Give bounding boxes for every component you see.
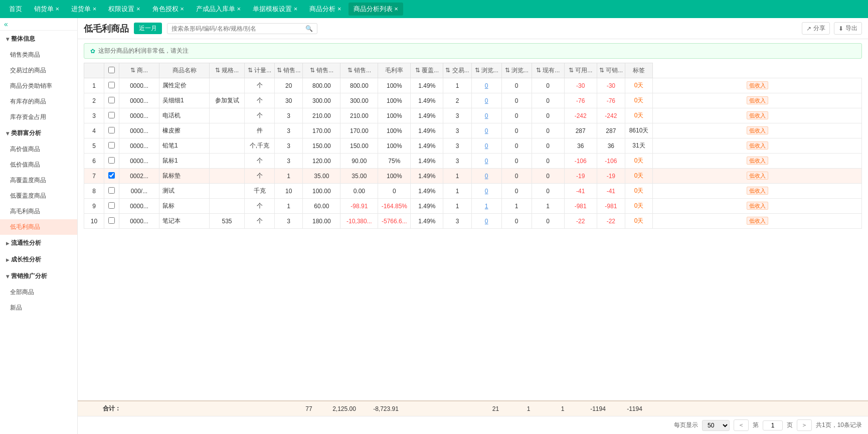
th-checkbox[interactable]	[104, 63, 119, 78]
sidebar-item-high-coverage[interactable]: 高覆盖度商品	[0, 173, 77, 188]
th-margin-rate[interactable]: 毛利率	[378, 63, 411, 78]
th-coverage[interactable]: ⇅ 覆盖...	[411, 63, 443, 78]
th-spec[interactable]: ⇅ 规格...	[210, 63, 245, 78]
cell-price2: 170.00	[340, 123, 378, 138]
th-sales-qty[interactable]: ⇅ 销售...	[275, 63, 303, 78]
cell-code: 0000...	[119, 93, 159, 108]
sidebar-group-cluster[interactable]: ▾ 类群富分析	[0, 125, 77, 141]
cell-tag: 低收入	[653, 78, 862, 93]
search-box[interactable]: 🔍	[167, 23, 317, 34]
nav-purchase[interactable]: 进货单 ×	[66, 3, 101, 16]
nav-analysis[interactable]: 商品分析 ×	[304, 3, 346, 16]
row-checkbox[interactable]	[108, 172, 115, 179]
cell-trade[interactable]: 0	[471, 93, 501, 108]
cell-checkbox[interactable]	[104, 184, 119, 199]
filter-period-button[interactable]: 近一月	[134, 23, 162, 34]
cell-trade[interactable]: 0	[471, 123, 501, 138]
sidebar-item-traded-products[interactable]: 交易过的商品	[0, 63, 77, 78]
nav-product-entry[interactable]: 产成品入库单 ×	[191, 3, 246, 16]
export-button[interactable]: ⬇ 导出	[834, 22, 862, 35]
th-sales-price1[interactable]: ⇅ 销售...	[303, 63, 340, 78]
th-code[interactable]: ⇅ 商...	[119, 63, 159, 78]
sidebar-item-high-margin[interactable]: 高毛利商品	[0, 204, 77, 219]
sidebar-item-new-products[interactable]: 新品	[0, 300, 77, 316]
table-row: 6 0000... 鼠标1 个 3 120.00 90.00 75% 1.49%…	[84, 154, 862, 169]
cell-trade[interactable]: 0	[471, 154, 501, 169]
cell-price2: -10,380...	[340, 214, 378, 229]
sidebar-group-flow[interactable]: ▸ 流通性分析	[0, 235, 77, 251]
th-name[interactable]: 商品名称	[159, 63, 210, 78]
search-input[interactable]	[171, 25, 302, 32]
cell-checkbox[interactable]	[104, 154, 119, 169]
th-sales-price2[interactable]: ⇅ 销售...	[340, 63, 378, 78]
cell-qty: 3	[275, 108, 303, 123]
row-checkbox[interactable]	[108, 97, 115, 103]
cell-margin: 1.49%	[411, 169, 443, 184]
th-days[interactable]: ⇅ 可销...	[597, 63, 625, 78]
sidebar-item-stocked[interactable]: 有库存的商品	[0, 94, 77, 109]
next-page-button[interactable]: ＞	[797, 419, 812, 431]
cell-margin: 1.49%	[411, 108, 443, 123]
sidebar-item-sales-products[interactable]: 销售类商品	[0, 47, 77, 63]
th-browse2[interactable]: ⇅ 浏览...	[501, 63, 532, 78]
nav-role[interactable]: 角色授权 ×	[147, 3, 189, 16]
cell-trade[interactable]: 0	[471, 214, 501, 229]
row-checkbox[interactable]	[108, 82, 115, 88]
th-avail[interactable]: ⇅ 可用...	[564, 63, 597, 78]
sidebar-item-capital[interactable]: 库存资金占用	[0, 109, 77, 125]
sort-icon-b1: ⇅	[475, 67, 480, 74]
arrow-icon-2: ▾	[6, 130, 9, 137]
cell-browse1: 0	[501, 93, 532, 108]
nav-sales[interactable]: 销货单 ×	[29, 3, 64, 16]
row-checkbox[interactable]	[108, 187, 115, 194]
row-checkbox[interactable]	[108, 142, 115, 149]
sidebar-item-low-coverage[interactable]: 低覆盖度商品	[0, 188, 77, 204]
nav-home[interactable]: 首页	[4, 3, 27, 16]
cell-trade[interactable]: 1	[471, 199, 501, 214]
cell-checkbox[interactable]	[104, 78, 119, 93]
cell-checkbox[interactable]	[104, 93, 119, 108]
sidebar-item-category-rate[interactable]: 商品分类助销率	[0, 78, 77, 94]
prev-page-button[interactable]: ＜	[734, 419, 749, 431]
sidebar-group-growth[interactable]: ▸ 成长性分析	[0, 251, 77, 268]
cell-trade[interactable]: 0	[471, 184, 501, 199]
page-input[interactable]	[763, 420, 783, 430]
sidebar-group-overall[interactable]: ▾ 整体信息	[0, 31, 77, 47]
sidebar-item-low-margin[interactable]: 低毛利商品	[0, 219, 77, 235]
cell-trade[interactable]: 0	[471, 108, 501, 123]
cell-coverage: 3	[443, 154, 471, 169]
sidebar-group-marketing[interactable]: ▾ 营销推广分析	[0, 268, 77, 284]
row-checkbox[interactable]	[108, 112, 115, 118]
th-unit[interactable]: ⇅ 计量...	[245, 63, 275, 78]
cell-checkbox[interactable]	[104, 169, 119, 184]
cell-trade[interactable]: 0	[471, 169, 501, 184]
row-checkbox[interactable]	[108, 217, 115, 224]
cell-checkbox[interactable]	[104, 138, 119, 154]
share-button[interactable]: ↗ 分享	[802, 22, 830, 35]
cell-checkbox[interactable]	[104, 123, 119, 138]
cell-checkbox[interactable]	[104, 199, 119, 214]
th-trade[interactable]: ⇅ 交易...	[443, 63, 471, 78]
cell-checkbox[interactable]	[104, 108, 119, 123]
select-all-checkbox[interactable]	[108, 67, 115, 73]
th-stock[interactable]: ⇅ 现有...	[532, 63, 564, 78]
th-browse1[interactable]: ⇅ 浏览...	[471, 63, 501, 78]
total-label: 合计：	[103, 404, 121, 413]
cell-trade[interactable]: 0	[471, 138, 501, 154]
cell-rate: 100%	[378, 123, 411, 138]
row-checkbox[interactable]	[108, 127, 115, 133]
sidebar-item-all-products[interactable]: 全部商品	[0, 284, 77, 300]
nav-template[interactable]: 单据模板设置 ×	[248, 3, 302, 16]
total-price2: -8,723.91	[367, 405, 405, 412]
row-checkbox[interactable]	[108, 202, 115, 209]
per-page-select[interactable]: 50 100 200	[702, 420, 730, 431]
cell-trade[interactable]: 0	[471, 78, 501, 93]
sidebar-item-low-value[interactable]: 低价值商品	[0, 157, 77, 173]
sidebar-item-high-value[interactable]: 高价值商品	[0, 141, 77, 157]
data-table-container[interactable]: ⇅ 商... 商品名称 ⇅ 规格... ⇅ 计量... ⇅ 销售...	[84, 63, 862, 400]
sidebar-collapse-btn[interactable]: «	[4, 20, 8, 28]
nav-permission[interactable]: 权限设置 ×	[103, 3, 145, 16]
nav-analysis-list[interactable]: 商品分析列表 ×	[349, 3, 403, 16]
row-checkbox[interactable]	[108, 157, 115, 164]
cell-checkbox[interactable]	[104, 214, 119, 229]
